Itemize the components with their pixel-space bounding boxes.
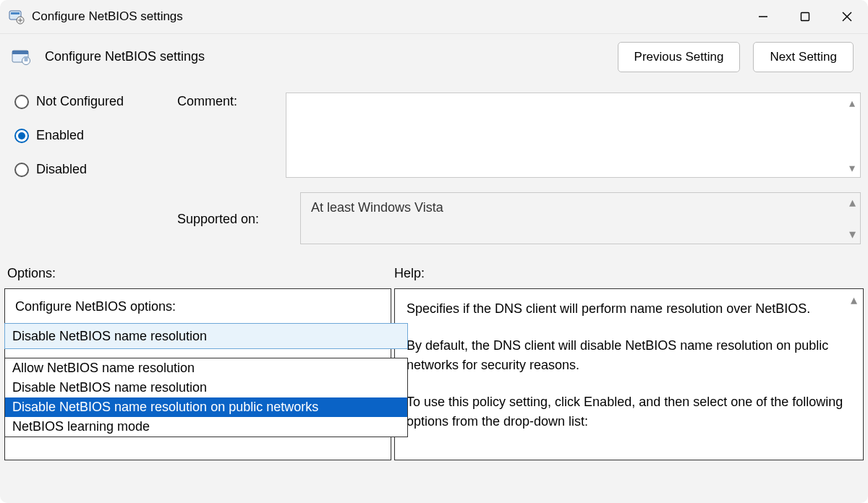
bottom-panes: Configure NetBIOS options: Disable NetBI… [0, 288, 868, 460]
radio-label: Enabled [36, 128, 84, 143]
svg-rect-4 [801, 13, 809, 21]
radio-icon [14, 95, 29, 109]
scroll-up-icon[interactable]: ▴ [846, 196, 859, 209]
app-icon [9, 9, 25, 25]
titlebar-left: Configure NetBIOS settings [9, 9, 183, 25]
dropdown-option[interactable]: Disable NetBIOS name resolution [5, 378, 407, 397]
comment-scroll: ▴ ▾ [846, 93, 859, 177]
comment-label: Comment: [177, 93, 278, 178]
help-pane: Specifies if the DNS client will perform… [394, 288, 864, 460]
maximize-button[interactable] [784, 0, 826, 33]
radio-label: Not Configured [36, 94, 124, 109]
help-text: Specifies if the DNS client will perform… [407, 299, 851, 431]
nav-buttons: Previous Setting Next Setting [618, 42, 854, 72]
help-paragraph: To use this policy setting, click Enable… [407, 392, 851, 431]
comment-textarea[interactable]: ▴ ▾ [286, 93, 861, 178]
supported-value: At least Windows Vista [311, 200, 443, 215]
fields-column: Comment: ▴ ▾ Supported on: [177, 93, 861, 244]
top-config-row: Not Configured Enabled Disabled Comment: [14, 93, 861, 244]
policy-title: Configure NetBIOS settings [45, 49, 205, 64]
dropdown-selected-value: Disable NetBIOS name resolution [12, 329, 207, 344]
scroll-down-icon[interactable]: ▾ [846, 161, 859, 174]
state-radio-group: Not Configured Enabled Disabled [14, 93, 156, 177]
netbios-dropdown[interactable]: Disable NetBIOS name resolution [4, 323, 408, 349]
titlebar: Configure NetBIOS settings [0, 0, 868, 33]
options-label: Options: [7, 266, 394, 281]
policy-editor-window: Configure NetBIOS settings [0, 0, 868, 503]
dropdown-option[interactable]: NetBIOS learning mode [5, 417, 407, 437]
scroll-down-icon[interactable]: ▾ [846, 228, 859, 241]
help-paragraph: Specifies if the DNS client will perform… [407, 299, 851, 319]
netbios-dropdown-list: Allow NetBIOS name resolution Disable Ne… [4, 358, 408, 437]
scroll-up-icon[interactable]: ▴ [847, 293, 860, 306]
radio-icon [14, 163, 29, 177]
radio-label: Disabled [36, 162, 87, 177]
options-pane: Configure NetBIOS options: Disable NetBI… [4, 288, 391, 460]
help-paragraph: By default, the DNS client will disable … [407, 336, 851, 375]
radio-disabled[interactable]: Disabled [14, 162, 156, 177]
next-setting-button[interactable]: Next Setting [753, 42, 854, 72]
header-left: Configure NetBIOS settings [12, 48, 205, 66]
window-title: Configure NetBIOS settings [32, 9, 183, 24]
close-button[interactable] [826, 0, 868, 33]
header-row: Configure NetBIOS settings Previous Sett… [0, 33, 868, 79]
supported-scroll: ▴ ▾ [846, 193, 859, 244]
minimize-button[interactable] [742, 0, 784, 33]
help-label: Help: [394, 266, 861, 281]
supported-on-box: At least Windows Vista ▴ ▾ [300, 192, 861, 244]
svg-rect-8 [12, 51, 28, 54]
policy-icon [12, 48, 32, 66]
options-help-labels: Options: Help: [0, 249, 868, 288]
window-controls [742, 0, 868, 33]
dropdown-option[interactable]: Allow NetBIOS name resolution [5, 358, 407, 378]
netbios-options-label: Configure NetBIOS options: [5, 299, 391, 320]
dropdown-option[interactable]: Disable NetBIOS name resolution on publi… [5, 397, 407, 417]
supported-label: Supported on: [177, 210, 278, 227]
svg-rect-10 [25, 56, 28, 61]
comment-row: Comment: ▴ ▾ [177, 93, 861, 178]
previous-setting-button[interactable]: Previous Setting [618, 42, 741, 72]
radio-enabled[interactable]: Enabled [14, 128, 156, 143]
radio-not-configured[interactable]: Not Configured [14, 94, 156, 109]
help-scroll: ▴ [846, 289, 861, 460]
supported-row: Supported on: At least Windows Vista ▴ ▾ [177, 192, 861, 244]
radio-icon [14, 129, 29, 143]
svg-rect-1 [11, 12, 20, 14]
form-area: Not Configured Enabled Disabled Comment: [0, 79, 868, 244]
scroll-up-icon[interactable]: ▴ [846, 96, 859, 109]
